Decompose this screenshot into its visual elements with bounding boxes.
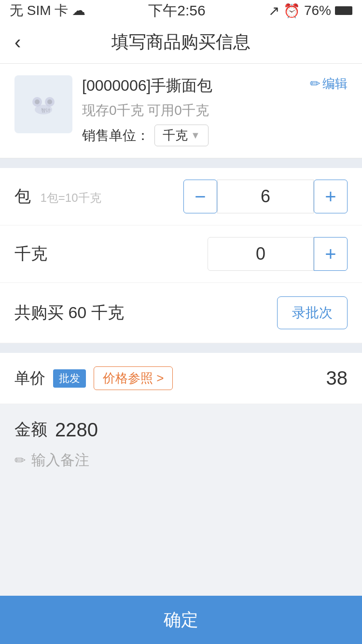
back-icon: ‹	[14, 31, 21, 53]
price-value: 38	[326, 367, 348, 389]
back-button[interactable]: ‹	[14, 31, 21, 53]
svg-point-3	[47, 99, 52, 104]
bao-quantity-control: − +	[183, 180, 348, 213]
status-left: 无 SIM 卡 ☁	[10, 1, 85, 20]
status-bar: 无 SIM 卡 ☁ 下午2:56 ↗ ⏰ 76%	[0, 0, 362, 21]
kg-quantity-input[interactable]	[208, 237, 314, 271]
bao-sublabel: 1包=10千克	[40, 191, 101, 204]
dropdown-arrow-icon: ▼	[191, 130, 200, 141]
amount-section: 金额 2280 ✏ 输入备注	[0, 404, 362, 485]
separator-2	[0, 343, 362, 353]
nav-bar: ‹ 填写商品购买信息	[0, 21, 362, 64]
svg-text:智计: 智计	[41, 108, 51, 113]
note-placeholder: 输入备注	[31, 450, 89, 470]
bao-text: 包	[14, 187, 31, 205]
unit-label: 销售单位：	[82, 126, 150, 145]
amount-row: 金额 2280	[14, 419, 348, 441]
price-ref-label: 价格参照 >	[103, 370, 164, 387]
edit-icon: ✏	[310, 76, 320, 91]
bao-quantity-input[interactable]	[217, 180, 314, 213]
battery-level: 76%	[304, 3, 331, 18]
amount-label: 金额	[14, 419, 47, 441]
batch-tag: 批发	[53, 369, 86, 388]
record-batch-button[interactable]: 录批次	[277, 296, 348, 329]
bao-plus-button[interactable]: +	[314, 180, 348, 213]
quantity-section: 包 1包=10千克 − + 千克 + 共购买 60 千克 录批次	[0, 168, 362, 343]
product-stock: 现存0千克 可用0千克	[82, 101, 348, 120]
page-title: 填写商品购买信息	[111, 30, 251, 54]
unit-select[interactable]: 千克 ▼	[154, 125, 209, 146]
separator-1	[0, 158, 362, 168]
location-icon: ↗	[268, 3, 279, 19]
bao-minus-button[interactable]: −	[183, 180, 217, 213]
sim-status: 无 SIM 卡 ☁	[10, 1, 85, 20]
amount-value: 2280	[55, 419, 98, 441]
svg-point-2	[35, 99, 40, 104]
price-reference-button[interactable]: 价格参照 >	[94, 366, 173, 390]
pencil-icon: ✏	[14, 452, 26, 468]
bao-label: 包 1包=10千克	[14, 185, 183, 208]
confirm-button[interactable]: 确定	[0, 596, 362, 644]
price-section: 单价 批发 价格参照 > 38	[0, 353, 362, 404]
status-time: 下午2:56	[148, 1, 205, 21]
bao-row: 包 1包=10千克 − +	[0, 168, 362, 225]
note-row[interactable]: ✏ 输入备注	[14, 450, 348, 470]
total-text: 共购买 60 千克	[14, 302, 124, 324]
product-card: 智计 [0000006]手撕面包 ✏ 编辑 现存0千克 可用0千克 销售单位： …	[0, 64, 362, 158]
product-info: [0000006]手撕面包 ✏ 编辑 现存0千克 可用0千克 销售单位： 千克 …	[82, 75, 348, 146]
unit-value: 千克	[163, 127, 188, 144]
alarm-icon: ⏰	[283, 3, 300, 19]
edit-button[interactable]: ✏ 编辑	[310, 75, 348, 92]
product-image: 智计	[14, 75, 72, 133]
status-right: ↗ ⏰ 76%	[268, 3, 352, 19]
edit-label: 编辑	[322, 75, 348, 92]
product-unit: 销售单位： 千克 ▼	[82, 125, 348, 146]
kg-row: 千克 +	[0, 225, 362, 283]
product-name: [0000006]手撕面包	[82, 75, 212, 97]
price-label: 单价	[14, 368, 45, 389]
product-image-icon: 智计	[27, 92, 60, 116]
kg-plus-button[interactable]: +	[314, 237, 348, 271]
total-row: 共购买 60 千克 录批次	[0, 283, 362, 343]
battery-icon	[335, 6, 352, 15]
kg-label: 千克	[14, 243, 208, 265]
kg-quantity-control: +	[208, 237, 348, 271]
